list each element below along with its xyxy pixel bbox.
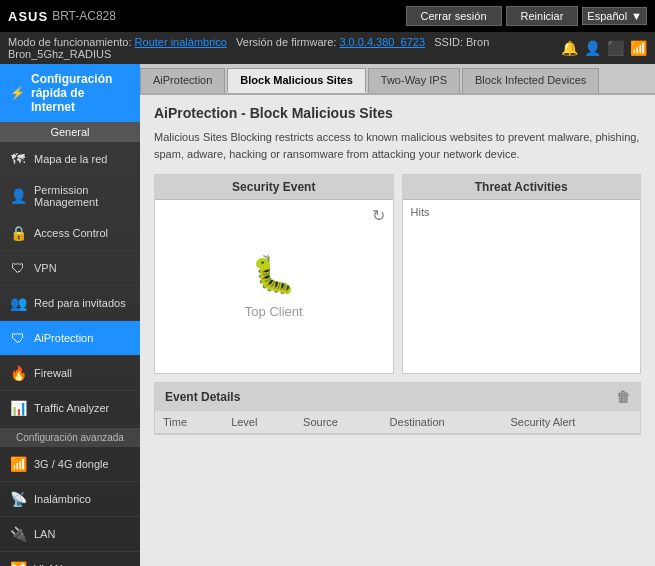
sidebar-item-label: Access Control xyxy=(34,227,108,239)
ssid-label: SSID: xyxy=(434,36,463,48)
threat-activities-header: Threat Activities xyxy=(403,175,641,200)
sidebar-item-label: Firewall xyxy=(34,367,72,379)
sidebar: ⚡ Configuración rápida de Internet Gener… xyxy=(0,64,140,566)
event-table: Time Level Source Destination Security A… xyxy=(155,411,640,434)
sidebar-item-access-control[interactable]: 🔒 Access Control xyxy=(0,216,140,251)
sidebar-item-permission[interactable]: 👤 Permission Management xyxy=(0,177,140,216)
tab-aiprotection[interactable]: AiProtection xyxy=(140,68,225,93)
header-buttons: Cerrar sesión Reiniciar Español ▼ xyxy=(406,6,655,26)
col-destination: Destination xyxy=(382,411,503,434)
sidebar-item-label: Inalámbrico xyxy=(34,493,91,505)
network-icon: ⬛ xyxy=(607,40,624,56)
model-name: BRT-AC828 xyxy=(52,9,116,23)
threat-activities-body: Hits xyxy=(403,200,641,373)
tab-bar: AiProtection Block Malicious Sites Two-W… xyxy=(140,64,655,95)
sidebar-item-wireless[interactable]: 📡 Inalámbrico xyxy=(0,482,140,517)
sidebar-item-3g[interactable]: 📶 3G / 4G dongle xyxy=(0,447,140,482)
sidebar-item-firewall[interactable]: 🔥 Firewall xyxy=(0,356,140,391)
hits-label: Hits xyxy=(411,206,430,218)
col-time: Time xyxy=(155,411,223,434)
logo: ASUS BRT-AC828 xyxy=(0,9,124,24)
sidebar-quick-config[interactable]: ⚡ Configuración rápida de Internet xyxy=(0,64,140,122)
permission-icon: 👤 xyxy=(8,186,28,206)
wireless-icon: 📡 xyxy=(8,489,28,509)
panels-row: Security Event ↻ 🐛 Top Client Threat Act… xyxy=(154,174,641,374)
sidebar-item-guest-network[interactable]: 👥 Red para invitados xyxy=(0,286,140,321)
page-description: Malicious Sites Blocking restricts acces… xyxy=(154,129,641,162)
sidebar-item-label: LAN xyxy=(34,528,55,540)
vpn-icon: 🛡 xyxy=(8,258,28,278)
threat-activities-panel: Threat Activities Hits xyxy=(402,174,642,374)
tab-block-infected[interactable]: Block Infected Devices xyxy=(462,68,599,93)
sidebar-item-aiprotection[interactable]: 🛡 AiProtection xyxy=(0,321,140,356)
reboot-button[interactable]: Reiniciar xyxy=(506,6,579,26)
sidebar-item-label: VPN xyxy=(34,262,57,274)
sidebar-item-label: Permission Management xyxy=(34,184,132,208)
logout-button[interactable]: Cerrar sesión xyxy=(406,6,502,26)
tab-block-malicious[interactable]: Block Malicious Sites xyxy=(227,68,365,93)
firewall-icon: 🔥 xyxy=(8,363,28,383)
event-details-label: Event Details xyxy=(165,390,240,404)
tab-two-way-ips[interactable]: Two-Way IPS xyxy=(368,68,460,93)
page-content-area: AiProtection - Block Malicious Sites Mal… xyxy=(140,95,655,566)
traffic-icon: 📊 xyxy=(8,398,28,418)
firmware-value: 3.0.0.4.380_6723 xyxy=(339,36,425,48)
top-client-label: Top Client xyxy=(245,304,303,319)
sidebar-general-section: General xyxy=(0,122,140,142)
sidebar-item-label: 3G / 4G dongle xyxy=(34,458,109,470)
sidebar-item-vlan[interactable]: 🔀 VLAN xyxy=(0,552,140,566)
lock-icon: 🔒 xyxy=(8,223,28,243)
sidebar-item-network-map[interactable]: 🗺 Mapa de la red xyxy=(0,142,140,177)
main-layout: ⚡ Configuración rápida de Internet Gener… xyxy=(0,64,655,566)
mode-value: Router inalámbrico xyxy=(135,36,227,48)
security-event-body: ↻ 🐛 Top Client xyxy=(155,200,393,373)
bug-icon: 🐛 xyxy=(251,254,296,296)
col-source: Source xyxy=(295,411,382,434)
quick-config-icon: ⚡ xyxy=(10,86,25,100)
lan-icon: 🔌 xyxy=(8,524,28,544)
main-content: AiProtection Block Malicious Sites Two-W… xyxy=(140,64,655,566)
notification-icon: 🔔 xyxy=(561,40,578,56)
refresh-icon[interactable]: ↻ xyxy=(372,206,385,225)
security-event-panel: Security Event ↻ 🐛 Top Client xyxy=(154,174,394,374)
guests-icon: 👥 xyxy=(8,293,28,313)
signal-icon: 📶 xyxy=(630,40,647,56)
network-map-icon: 🗺 xyxy=(8,149,28,169)
event-details-header: Event Details 🗑 xyxy=(155,383,640,411)
dongle-icon: 📶 xyxy=(8,454,28,474)
sidebar-item-traffic-analyzer[interactable]: 📊 Traffic Analyzer xyxy=(0,391,140,426)
sidebar-item-label: Mapa de la red xyxy=(34,153,107,165)
asus-logo: ASUS xyxy=(8,9,48,24)
sidebar-item-lan[interactable]: 🔌 LAN xyxy=(0,517,140,552)
mode-label: Modo de funcionamiento: xyxy=(8,36,132,48)
sidebar-item-label: AiProtection xyxy=(34,332,93,344)
status-bar: Modo de funcionamiento: Router inalámbri… xyxy=(0,32,655,64)
status-icons: 🔔 👤 ⬛ 📶 xyxy=(561,40,647,56)
sidebar-item-label: Red para invitados xyxy=(34,297,126,309)
trash-icon[interactable]: 🗑 xyxy=(616,389,630,405)
sidebar-advanced-section: Configuración avanzada xyxy=(0,428,140,447)
firmware-label: Versión de firmware: xyxy=(236,36,336,48)
col-level: Level xyxy=(223,411,295,434)
header: ASUS BRT-AC828 Cerrar sesión Reiniciar E… xyxy=(0,0,655,32)
sidebar-item-label: Traffic Analyzer xyxy=(34,402,109,414)
security-event-header: Security Event xyxy=(155,175,393,200)
language-selector[interactable]: Español ▼ xyxy=(582,7,647,25)
event-details-section: Event Details 🗑 Time Level Source Destin… xyxy=(154,382,641,435)
user-icon: 👤 xyxy=(584,40,601,56)
col-security-alert: Security Alert xyxy=(502,411,640,434)
status-info: Modo de funcionamiento: Router inalámbri… xyxy=(8,36,561,60)
quick-config-label: Configuración rápida de Internet xyxy=(31,72,130,114)
page-title: AiProtection - Block Malicious Sites xyxy=(154,105,641,121)
chevron-down-icon: ▼ xyxy=(631,10,642,22)
aiprotection-icon: 🛡 xyxy=(8,328,28,348)
language-label: Español xyxy=(587,10,627,22)
vlan-icon: 🔀 xyxy=(8,559,28,566)
sidebar-item-vpn[interactable]: 🛡 VPN xyxy=(0,251,140,286)
